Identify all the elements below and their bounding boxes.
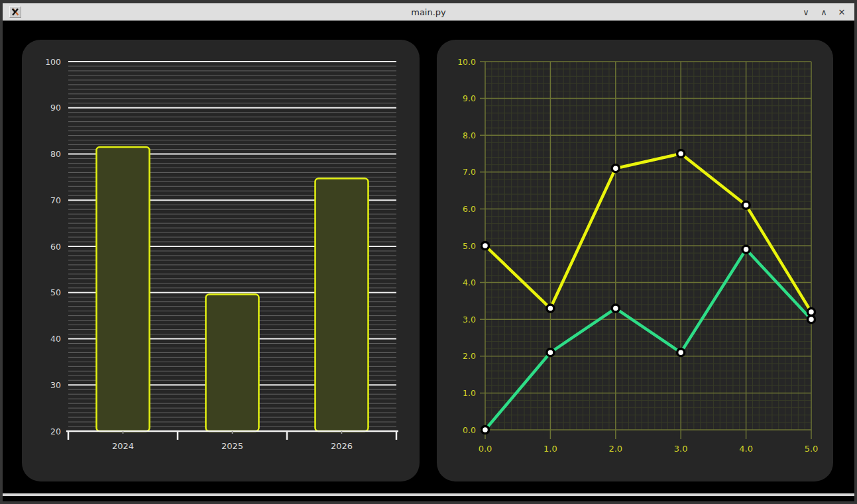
titlebar: main.py ∨ ∧ ✕ <box>3 3 854 21</box>
y-tick-label: 80 <box>50 149 61 159</box>
y-tick-label: 70 <box>50 195 61 205</box>
y-tick-label: 10.0 <box>457 57 476 67</box>
x-tick-label: 2025 <box>221 441 243 451</box>
y-tick-label: 2.0 <box>463 351 476 361</box>
series-yellow-marker <box>612 165 619 172</box>
x-tick-label: 0.0 <box>479 444 492 454</box>
series-yellow-marker <box>677 150 685 158</box>
bar-2025 <box>206 295 259 431</box>
series-green-marker <box>547 349 554 356</box>
bar-chart: 2030405060708090100202420252026 <box>22 40 420 481</box>
y-tick-label: 40 <box>50 334 61 344</box>
x-tick-label: 2.0 <box>608 444 622 454</box>
series-yellow-marker <box>742 201 750 209</box>
y-tick-label: 20 <box>50 427 61 436</box>
y-tick-label: 30 <box>50 380 61 390</box>
minimize-button[interactable]: ∨ <box>800 6 812 18</box>
series-green-marker <box>612 305 619 312</box>
bar-chart-panel: 2030405060708090100202420252026 <box>22 40 420 481</box>
series-yellow-marker <box>482 242 489 250</box>
line-chart-panel: 0.01.02.03.04.05.00.01.02.03.04.05.06.07… <box>437 40 833 481</box>
series-green-marker <box>482 427 489 434</box>
y-tick-label: 4.0 <box>463 277 476 287</box>
y-tick-label: 100 <box>45 57 61 67</box>
series-green-marker <box>742 246 750 253</box>
window-controls: ∨ ∧ ✕ <box>800 6 854 18</box>
y-tick-label: 7.0 <box>463 167 476 177</box>
x-tick-label: 2024 <box>112 441 134 451</box>
x-tick-label: 2026 <box>331 441 353 451</box>
x-tick-label: 4.0 <box>739 444 753 454</box>
x-tick-label: 1.0 <box>543 444 557 454</box>
y-tick-label: 1.0 <box>463 388 476 398</box>
y-tick-label: 90 <box>50 103 61 113</box>
y-tick-label: 3.0 <box>463 315 476 325</box>
maximize-button[interactable]: ∧ <box>818 6 830 18</box>
series-yellow-marker <box>808 309 815 316</box>
y-tick-label: 6.0 <box>463 204 476 214</box>
series-yellow-marker <box>547 305 554 312</box>
window-content: 2030405060708090100202420252026 0.01.02.… <box>3 21 854 496</box>
x-tick-label: 5.0 <box>805 444 819 454</box>
close-button[interactable]: ✕ <box>836 6 848 18</box>
x-tick-label: 3.0 <box>674 444 688 454</box>
y-tick-label: 50 <box>50 287 61 297</box>
y-tick-label: 60 <box>50 242 61 252</box>
window-bottom-edge <box>3 493 854 496</box>
series-green-marker <box>677 349 685 356</box>
y-tick-label: 8.0 <box>463 130 476 140</box>
window-title: main.py <box>3 7 854 17</box>
app-window: main.py ∨ ∧ ✕ 20304050607080901002024202… <box>0 0 857 504</box>
bar-2024 <box>97 147 150 431</box>
bar-2026 <box>315 178 369 431</box>
line-chart: 0.01.02.03.04.05.00.01.02.03.04.05.06.07… <box>437 40 833 481</box>
series-green-marker <box>808 316 815 323</box>
y-tick-label: 5.0 <box>463 241 476 251</box>
y-tick-label: 0.0 <box>463 425 476 435</box>
y-tick-label: 9.0 <box>463 93 476 103</box>
